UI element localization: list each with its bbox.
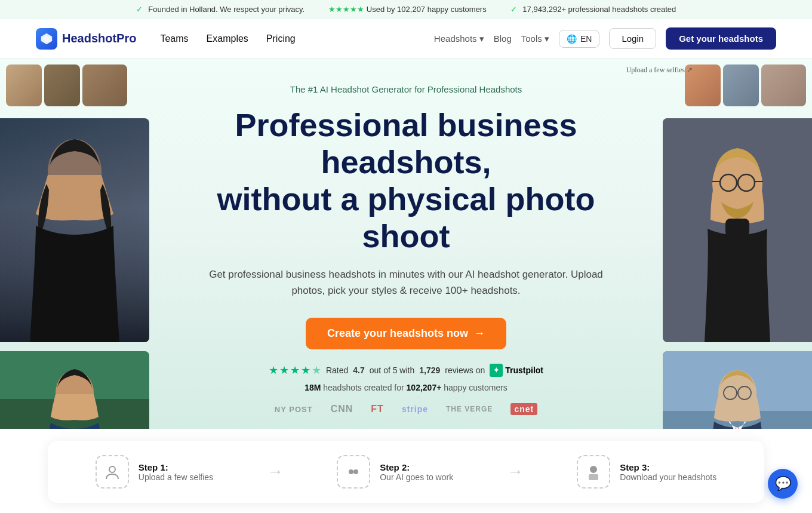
nav-teams[interactable]: Teams — [160, 33, 188, 44]
media-verge: THE VERGE — [446, 405, 493, 413]
step-3-icon — [577, 455, 610, 489]
step-2-text: Step 2: Our AI goes to work — [380, 462, 453, 482]
hero-description: Get professional business headshots in m… — [209, 266, 603, 299]
headshots-count-row: 18M headshots created for 102,207+ happy… — [209, 383, 603, 392]
trustpilot-row: ★ ★ ★ ★ ★ Rated 4.7 out of 5 with 1,729 … — [209, 364, 603, 377]
main-nav: Teams Examples Pricing — [160, 33, 295, 44]
step-1-icon — [96, 455, 129, 489]
header: HeadshotPro Teams Examples Pricing Heads… — [0, 19, 812, 59]
step-3-text: Step 3: Download your headshots — [620, 462, 716, 482]
star-4: ★ — [301, 364, 310, 377]
banner-item-3: ✓ 17,943,292+ professional headshots cre… — [510, 5, 676, 14]
step-2: Step 2: Our AI goes to work — [337, 455, 453, 489]
out-of: out of 5 with — [370, 365, 415, 375]
step-3: Step 3: Download your headshots — [577, 455, 716, 489]
right-images: Upload a few selfies ↗ — [660, 59, 812, 429]
header-right: Headshots ▾ Blog Tools ▾ 🌐 EN Login Get … — [434, 27, 776, 50]
chat-icon: 💬 — [775, 476, 791, 492]
star-2: ★ — [279, 364, 289, 377]
create-headshots-button[interactable]: Create your headshots now → — [306, 318, 506, 349]
media-nypost: NY POST — [275, 405, 313, 414]
right-bottom-photo — [663, 351, 812, 429]
thumb-r3 — [761, 64, 806, 106]
top-banner: ✓ Founded in Holland. We respect your pr… — [0, 0, 812, 19]
nav-tools[interactable]: Tools ▾ — [521, 33, 549, 44]
logo[interactable]: HeadshotPro — [36, 28, 136, 50]
login-button[interactable]: Login — [609, 28, 656, 49]
media-cnn: CNN — [331, 404, 353, 414]
nav-headshots[interactable]: Headshots ▾ — [434, 33, 484, 44]
arrow-icon: → — [474, 327, 485, 340]
svg-point-20 — [109, 466, 115, 472]
left-images: ↩ 100% AI generated — [0, 59, 152, 429]
right-main-photo — [663, 118, 812, 342]
step-1-text: Step 1: Upload a few selfies — [139, 462, 213, 482]
logo-text: HeadshotPro — [62, 32, 136, 45]
step-2-icon — [337, 455, 370, 489]
step-1: Step 1: Upload a few selfies — [96, 455, 213, 489]
thumb-2 — [44, 64, 80, 106]
step-arrow-1: → — [267, 462, 284, 481]
top-row-right-thumbs — [685, 64, 806, 106]
media-cnet: cnet — [510, 403, 537, 415]
banner-item-1: ✓ Founded in Holland. We respect your pr… — [136, 5, 304, 14]
nav-examples[interactable]: Examples — [207, 33, 248, 44]
left-bottom-photo — [0, 351, 149, 429]
rated-prefix: Rated — [326, 365, 348, 375]
hero-section: ↩ 100% AI generated Upload a few selfies… — [0, 59, 812, 429]
get-headshots-button[interactable]: Get your headshots — [666, 27, 776, 50]
media-stripe: stripe — [402, 404, 428, 414]
review-count: 1,729 — [419, 365, 440, 375]
trustpilot-stars: ★ ★ ★ ★ ★ — [269, 364, 321, 377]
svg-point-23 — [590, 466, 597, 473]
trustpilot-logo[interactable]: ✦ Trustpilot — [490, 364, 543, 377]
trustpilot-rating: 4.7 — [353, 365, 364, 375]
trustpilot-icon: ✦ — [490, 364, 503, 377]
upload-annotation: Upload a few selfies ↗ — [626, 66, 693, 75]
svg-rect-24 — [589, 474, 598, 480]
left-main-photo — [0, 118, 149, 342]
thumb-1 — [6, 64, 42, 106]
media-ft: FT — [371, 404, 384, 414]
reviews-on: reviews on — [445, 365, 485, 375]
globe-icon: 🌐 — [567, 34, 577, 44]
logo-icon — [36, 28, 57, 50]
check-icon-2: ✓ — [510, 5, 517, 14]
hero-subtitle: The #1 AI Headshot Generator for Profess… — [209, 84, 603, 94]
star-3: ★ — [290, 364, 300, 377]
language-button[interactable]: 🌐 EN — [559, 30, 599, 48]
hero-title: Professional business headshots, without… — [209, 106, 603, 254]
top-row-left-thumbs — [6, 64, 127, 106]
hero-content: The #1 AI Headshot Generator for Profess… — [197, 84, 615, 416]
step-arrow-2: → — [507, 462, 524, 481]
svg-point-22 — [353, 469, 358, 474]
star-5: ★ — [312, 364, 321, 377]
svg-rect-13 — [725, 219, 749, 236]
star-1: ★ — [269, 364, 278, 377]
nav-pricing[interactable]: Pricing — [266, 33, 296, 44]
nav-blog[interactable]: Blog — [494, 33, 512, 44]
media-logos: NY POST CNN FT stripe THE VERGE cnet — [209, 403, 603, 415]
steps-bar: Step 1: Upload a few selfies → Step 2: O… — [48, 441, 764, 503]
banner-item-2: ★★★★★ Used by 102,207 happy customers — [328, 5, 487, 14]
thumb-3 — [82, 64, 127, 106]
header-left: HeadshotPro Teams Examples Pricing — [36, 28, 296, 50]
svg-point-21 — [349, 469, 353, 474]
chat-button[interactable]: 💬 — [768, 469, 798, 499]
star-rating: ★★★★★ — [328, 5, 364, 14]
check-icon-1: ✓ — [136, 5, 143, 14]
thumb-r2 — [723, 64, 759, 106]
